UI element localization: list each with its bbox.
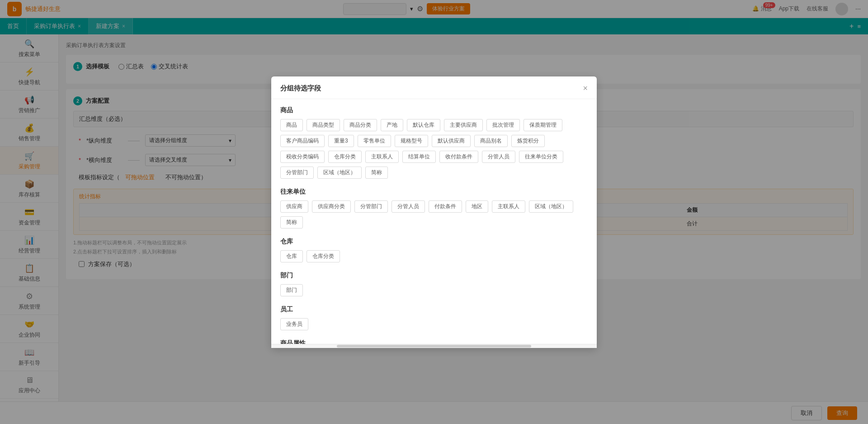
- field-tag-payment-cond[interactable]: 付款条件: [429, 200, 462, 213]
- field-tag-default-warehouse[interactable]: 默认仓库: [407, 119, 440, 131]
- field-tag-retail-unit[interactable]: 零售单位: [358, 135, 391, 147]
- field-tag-warehouse[interactable]: 仓库: [280, 250, 303, 262]
- field-tag-salesperson[interactable]: 业务员: [280, 318, 308, 330]
- field-tag-payment-terms[interactable]: 收付款条件: [439, 151, 478, 163]
- field-tag-default-supplier[interactable]: 默认供应商: [432, 135, 471, 147]
- field-tag-batch-mgmt[interactable]: 批次管理: [486, 119, 520, 131]
- field-tag-counterpart-supervisor[interactable]: 分管人员: [392, 200, 425, 213]
- field-tag-dept[interactable]: 分管部门: [280, 167, 314, 179]
- section-goods-attr-title: 商品属性: [280, 339, 588, 344]
- field-tag-supplier[interactable]: 供应商: [280, 200, 308, 213]
- section-goods-attr: 商品属性 属性 颜色 多规格 尺码 鞋码 1: [280, 339, 588, 344]
- modal-hscrollbar: [271, 344, 597, 348]
- field-tag-area[interactable]: 地区: [466, 200, 488, 213]
- section-warehouse-title: 仓库: [280, 238, 588, 246]
- field-tag-supervisor[interactable]: 分管人员: [482, 151, 515, 163]
- section-employee: 员工 业务员: [280, 305, 588, 330]
- field-tag-goods-category[interactable]: 商品分类: [344, 119, 377, 131]
- section-department-tags: 部门: [280, 284, 588, 296]
- field-tag-goods-type[interactable]: 商品类型: [307, 119, 340, 131]
- field-tag-expiry-mgmt[interactable]: 保质期管理: [524, 119, 562, 131]
- field-tag-goods[interactable]: 商品: [280, 119, 303, 131]
- modal-overlay[interactable]: 分组待选字段 × 商品 商品 商品类型 商品分类 产地 默认仓库 主要供应商 批…: [0, 0, 868, 424]
- field-tag-warehouse-cat[interactable]: 仓库分类: [307, 250, 340, 262]
- section-goods: 商品 商品 商品类型 商品分类 产地 默认仓库 主要供应商 批次管理 保质期管理…: [280, 106, 588, 179]
- field-tag-weight3[interactable]: 重量3: [328, 135, 354, 147]
- section-employee-title: 员工: [280, 305, 588, 314]
- field-tag-department[interactable]: 部门: [280, 284, 303, 296]
- field-tag-customer-code[interactable]: 客户商品编码: [280, 135, 325, 147]
- section-counterpart-title: 往来单位: [280, 188, 588, 196]
- field-tag-warehouse-category[interactable]: 仓库分类: [328, 151, 362, 163]
- modal-title: 分组待选字段: [280, 84, 321, 93]
- modal-close-button[interactable]: ×: [583, 84, 588, 93]
- section-warehouse: 仓库 仓库 仓库分类: [280, 238, 588, 262]
- field-tag-origin[interactable]: 产地: [381, 119, 403, 131]
- hscrollbar-thumb[interactable]: [337, 345, 531, 348]
- field-tag-counterpart-category[interactable]: 往来单位分类: [519, 151, 563, 163]
- field-tag-main-contact2[interactable]: 主联系人: [492, 200, 525, 213]
- section-employee-tags: 业务员: [280, 318, 588, 330]
- section-counterpart-tags: 供应商 供应商分类 分管部门 分管人员 付款条件 地区 主联系人 区域（地区） …: [280, 200, 588, 229]
- field-tag-spec-model[interactable]: 规格型号: [395, 135, 428, 147]
- field-tag-abbr2[interactable]: 简称: [280, 216, 303, 229]
- section-goods-tags: 商品 商品类型 商品分类 产地 默认仓库 主要供应商 批次管理 保质期管理 客户…: [280, 119, 588, 179]
- section-department-title: 部门: [280, 272, 588, 280]
- field-tag-goods-alias[interactable]: 商品别名: [474, 135, 508, 147]
- field-tag-counterpart-dept[interactable]: 分管部门: [354, 200, 388, 213]
- field-tag-main-supplier[interactable]: 主要供应商: [444, 119, 483, 131]
- field-tag-region[interactable]: 区域（地区）: [317, 167, 362, 179]
- field-tag-refine-points[interactable]: 炼货积分: [511, 135, 545, 147]
- section-department: 部门 部门: [280, 272, 588, 296]
- field-tag-settlement-unit[interactable]: 结算单位: [402, 151, 436, 163]
- field-tag-tax-code[interactable]: 税收分类编码: [280, 151, 325, 163]
- section-counterpart: 往来单位 供应商 供应商分类 分管部门 分管人员 付款条件 地区 主联系人 区域…: [280, 188, 588, 229]
- field-tag-abbr[interactable]: 简称: [365, 167, 388, 179]
- modal-body: 商品 商品 商品类型 商品分类 产地 默认仓库 主要供应商 批次管理 保质期管理…: [271, 99, 597, 344]
- section-goods-title: 商品: [280, 106, 588, 114]
- field-select-modal: 分组待选字段 × 商品 商品 商品类型 商品分类 产地 默认仓库 主要供应商 批…: [271, 76, 597, 348]
- field-tag-main-contact[interactable]: 主联系人: [365, 151, 399, 163]
- section-warehouse-tags: 仓库 仓库分类: [280, 250, 588, 262]
- field-tag-supplier-category[interactable]: 供应商分类: [312, 200, 351, 213]
- modal-header: 分组待选字段 ×: [271, 76, 597, 99]
- field-tag-region2[interactable]: 区域（地区）: [529, 200, 573, 213]
